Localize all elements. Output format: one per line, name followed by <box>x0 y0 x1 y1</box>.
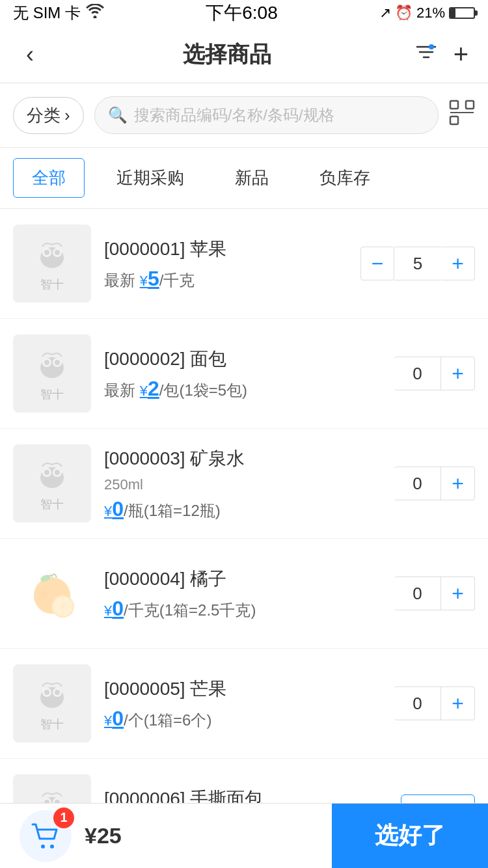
svg-rect-5 <box>466 101 474 109</box>
battery-icon <box>449 7 475 19</box>
svg-point-12 <box>55 250 60 255</box>
tab-new[interactable]: 新品 <box>216 158 288 198</box>
quantity-input-0000003[interactable] <box>394 467 441 500</box>
quantity-control-0000004: + <box>394 576 475 610</box>
plus-button-0000005[interactable]: + <box>441 686 475 720</box>
plus-button-0000001[interactable]: + <box>441 247 475 280</box>
quantity-control-0000001: − + <box>360 247 475 280</box>
bottom-bar: 1 ¥25 选好了 <box>0 803 488 868</box>
product-price-0000005: ¥0/个(1箱=6个) <box>104 707 381 731</box>
tab-all[interactable]: 全部 <box>13 158 85 198</box>
page-title: 选择商品 <box>183 40 271 70</box>
svg-point-37 <box>55 690 60 695</box>
product-item-0000003: 智十 [0000003] 矿泉水 250ml ¥0/瓶(1箱=12瓶) + <box>0 429 488 539</box>
tab-negative[interactable]: 负库存 <box>301 158 389 198</box>
status-right: ↗ ⏰ 21% <box>379 5 475 21</box>
product-price-0000002: 最新 ¥2/包(1袋=5包) <box>104 377 381 401</box>
product-image-0000003: 智十 <box>13 444 91 522</box>
status-time: 下午6:08 <box>206 1 278 25</box>
alarm-icon: ⏰ <box>395 5 413 21</box>
product-list: 智十 [0000001] 苹果 最新 ¥5/千克 − + <box>0 209 488 868</box>
product-name-0000001: [0000001] 苹果 <box>104 237 347 262</box>
svg-point-11 <box>44 250 49 255</box>
minus-button-0000001[interactable]: − <box>360 247 394 280</box>
wifi-icon <box>86 4 104 22</box>
svg-point-21 <box>44 470 49 475</box>
product-info-0000003: [0000003] 矿泉水 250ml ¥0/瓶(1箱=12瓶) <box>104 446 381 521</box>
product-image-0000005: 智十 <box>13 664 91 742</box>
carrier-text: 无 SIM 卡 <box>13 3 81 23</box>
search-box[interactable]: 🔍 搜索商品编码/名称/条码/规格 <box>94 96 439 134</box>
product-name-0000004: [0000004] 橘子 <box>104 567 381 591</box>
quantity-input-0000001[interactable] <box>394 247 441 280</box>
product-image-0000004 <box>13 554 91 632</box>
product-image-0000002: 智十 <box>13 334 91 413</box>
location-icon: ↗ <box>379 5 391 21</box>
svg-point-16 <box>44 360 49 365</box>
nav-actions: + <box>414 40 468 69</box>
plus-button-0000004[interactable]: + <box>441 576 475 610</box>
filter-bar: 分类 › 🔍 搜索商品编码/名称/条码/规格 <box>0 83 488 148</box>
svg-point-24 <box>41 589 48 599</box>
product-price-0000004: ¥0/千克(1箱=2.5千克) <box>104 597 381 621</box>
scan-icon[interactable] <box>449 100 475 131</box>
product-item-0000005: 智十 [0000005] 芒果 ¥0/个(1箱=6个) + <box>0 649 488 759</box>
svg-rect-6 <box>450 116 458 124</box>
quantity-control-0000005: + <box>394 686 475 720</box>
add-button[interactable]: + <box>454 40 468 69</box>
product-info-0000005: [0000005] 芒果 ¥0/个(1箱=6个) <box>104 677 381 731</box>
category-button[interactable]: 分类 › <box>13 97 84 134</box>
category-label: 分类 <box>27 104 61 127</box>
svg-point-17 <box>55 360 60 365</box>
status-left: 无 SIM 卡 <box>13 3 104 23</box>
quantity-input-0000004[interactable] <box>394 576 441 610</box>
product-spec-0000003: 250ml <box>104 476 381 493</box>
search-placeholder: 搜索商品编码/名称/条码/规格 <box>134 105 334 126</box>
cart-total: ¥25 <box>85 823 122 848</box>
quantity-control-0000002: + <box>394 357 475 390</box>
product-name-0000002: [0000002] 面包 <box>104 347 381 372</box>
svg-point-49 <box>50 845 54 848</box>
product-item-0000004: [0000004] 橘子 ¥0/千克(1箱=2.5千克) + <box>0 539 488 649</box>
svg-point-3 <box>429 44 434 49</box>
status-bar: 无 SIM 卡 下午6:08 ↗ ⏰ 21% <box>0 0 488 26</box>
product-info-0000001: [0000001] 苹果 最新 ¥5/千克 <box>104 237 347 291</box>
category-chevron: › <box>64 105 70 126</box>
product-image-0000001: 智十 <box>13 224 91 303</box>
product-price-0000001: 最新 ¥5/千克 <box>104 267 347 291</box>
product-price-0000003: ¥0/瓶(1箱=12瓶) <box>104 497 381 521</box>
product-item-0000002: 智十 [0000002] 面包 最新 ¥2/包(1袋=5包) + <box>0 319 488 429</box>
filter-icon[interactable] <box>414 40 438 68</box>
search-icon: 🔍 <box>108 106 128 124</box>
cart-badge: 1 <box>53 807 74 828</box>
quantity-control-0000003: + <box>394 467 475 500</box>
product-name-0000005: [0000005] 芒果 <box>104 677 381 701</box>
product-info-0000002: [0000002] 面包 最新 ¥2/包(1袋=5包) <box>104 347 381 401</box>
cart-section: 1 ¥25 <box>0 810 332 862</box>
battery-percent: 21% <box>416 5 445 21</box>
plus-button-0000003[interactable]: + <box>441 467 475 500</box>
confirm-button[interactable]: 选好了 <box>332 804 488 869</box>
cart-icon[interactable]: 1 <box>20 810 72 862</box>
svg-point-36 <box>44 690 49 695</box>
quantity-input-0000005[interactable] <box>394 686 441 720</box>
quantity-input-0000002[interactable] <box>394 357 441 390</box>
product-name-0000003: [0000003] 矿泉水 <box>104 446 381 471</box>
svg-point-22 <box>55 470 60 475</box>
back-button[interactable]: ‹ <box>20 34 40 75</box>
product-info-0000004: [0000004] 橘子 ¥0/千克(1箱=2.5千克) <box>104 567 381 621</box>
nav-bar: ‹ 选择商品 + <box>0 26 488 83</box>
plus-button-0000002[interactable]: + <box>441 357 475 390</box>
svg-rect-4 <box>450 101 458 109</box>
tab-recent[interactable]: 近期采购 <box>98 158 203 198</box>
tab-bar: 全部 近期采购 新品 负库存 <box>0 148 488 209</box>
svg-point-48 <box>41 845 45 848</box>
product-item-0000001: 智十 [0000001] 苹果 最新 ¥5/千克 − + <box>0 209 488 319</box>
